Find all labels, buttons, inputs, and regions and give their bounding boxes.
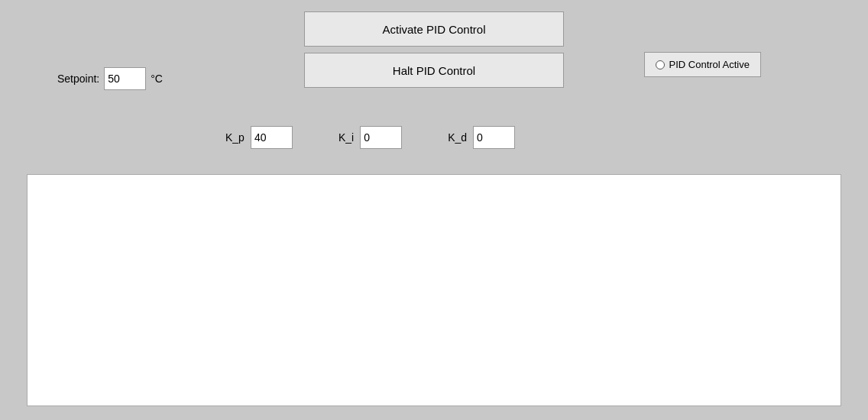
main-container: Activate PID Control Halt PID Control Se… bbox=[0, 0, 868, 420]
setpoint-input[interactable] bbox=[104, 67, 146, 90]
pid-status-radio bbox=[656, 60, 665, 69]
kp-input[interactable] bbox=[251, 126, 293, 149]
kp-group: K_p bbox=[225, 126, 293, 149]
kd-label: K_d bbox=[448, 131, 467, 144]
ki-label: K_i bbox=[338, 131, 354, 144]
pid-status-label: PID Control Active bbox=[669, 59, 750, 70]
gains-area: K_p K_i K_d bbox=[225, 126, 561, 149]
pid-status-indicator: PID Control Active bbox=[644, 52, 762, 77]
chart-area bbox=[27, 174, 841, 406]
activate-pid-button[interactable]: Activate PID Control bbox=[304, 11, 564, 47]
setpoint-unit: °C bbox=[151, 73, 163, 85]
top-controls: Activate PID Control Halt PID Control bbox=[304, 11, 564, 88]
ki-input[interactable] bbox=[360, 126, 402, 149]
ki-group: K_i bbox=[338, 126, 402, 149]
halt-pid-button[interactable]: Halt PID Control bbox=[304, 53, 564, 88]
setpoint-area: Setpoint: °C bbox=[57, 67, 163, 90]
kp-label: K_p bbox=[225, 131, 245, 144]
kd-input[interactable] bbox=[473, 126, 515, 149]
setpoint-label: Setpoint: bbox=[57, 73, 99, 85]
kd-group: K_d bbox=[448, 126, 515, 149]
